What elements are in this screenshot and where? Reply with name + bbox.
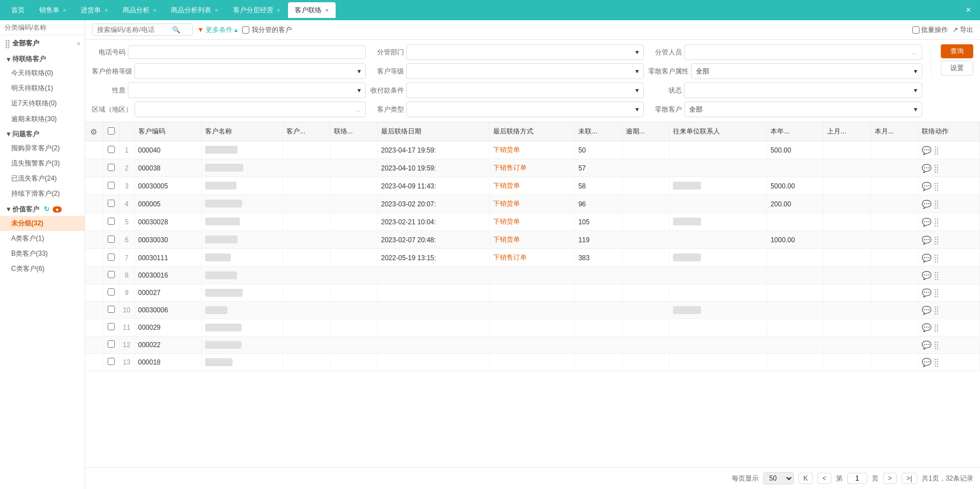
filter-select-status[interactable]: [684, 82, 922, 98]
row-checkbox[interactable]: [108, 236, 115, 243]
td-checkbox[interactable]: [103, 159, 119, 177]
page-input[interactable]: [847, 473, 867, 484]
search-icon[interactable]: 🔍: [172, 26, 180, 34]
td-checkbox[interactable]: [103, 231, 119, 249]
close-icon[interactable]: ×: [153, 7, 156, 13]
grid-icon[interactable]: ⣿: [933, 288, 939, 297]
my-customers-checkbox[interactable]: [242, 26, 249, 34]
sidebar-item-overdue-pending[interactable]: 逾期未联络(30): [0, 112, 85, 127]
sidebar-item-today-pending[interactable]: 今天待联络(0): [0, 66, 85, 81]
tab-customer-contact[interactable]: 客户联络 ×: [288, 2, 335, 18]
th-code[interactable]: 客户编码: [134, 122, 201, 141]
td-checkbox[interactable]: [103, 336, 119, 354]
query-button[interactable]: 查询: [941, 44, 973, 58]
settings-icon[interactable]: ⚙: [90, 127, 97, 136]
chat-icon[interactable]: 💬: [922, 164, 931, 173]
td-checkbox[interactable]: [103, 213, 119, 231]
filter-select-region[interactable]: ...: [134, 102, 366, 117]
row-checkbox[interactable]: [108, 164, 115, 171]
sidebar-item-tomorrow-pending[interactable]: 明天待联络(1): [0, 81, 85, 96]
grid-icon[interactable]: ⣿: [933, 253, 939, 262]
td-last-contact-method[interactable]: 下销货单: [489, 141, 575, 159]
close-icon[interactable]: ×: [63, 7, 66, 13]
row-checkbox[interactable]: [108, 218, 115, 225]
sidebar-item-class-c[interactable]: C类客户(6): [0, 261, 85, 276]
th-last-month[interactable]: 上月...: [824, 122, 871, 141]
th-no-contact[interactable]: 未联...: [575, 122, 622, 141]
td-checkbox[interactable]: [103, 354, 119, 371]
td-checkbox[interactable]: [103, 267, 119, 284]
filter-select-customer-type[interactable]: [406, 102, 644, 117]
grid-icon[interactable]: ⣿: [933, 164, 939, 173]
th-last-contact-date[interactable]: 最后联络日期: [378, 122, 490, 141]
td-checkbox[interactable]: [103, 141, 119, 159]
th-settings[interactable]: ⚙: [85, 122, 103, 141]
td-checkbox[interactable]: [103, 177, 119, 195]
row-checkbox[interactable]: [108, 146, 115, 153]
row-checkbox[interactable]: [108, 358, 115, 365]
sidebar-group-value[interactable]: ▾ 价值客户 ↻ ●: [0, 202, 85, 216]
all-customers-header[interactable]: ⣿ 全部客户 «: [0, 35, 85, 52]
filter-select-payment[interactable]: [406, 82, 644, 98]
filter-select-customer-level[interactable]: [406, 63, 644, 79]
td-last-contact-method[interactable]: 下销货单: [489, 213, 575, 231]
sidebar-item-class-b[interactable]: B类客户(33): [0, 246, 85, 261]
sidebar-item-abnormal-hoard[interactable]: 囤购异常客户(2): [0, 141, 85, 156]
chat-icon[interactable]: 💬: [922, 146, 931, 155]
th-contact[interactable]: 联络...: [330, 122, 377, 141]
grid-icon[interactable]: ⣿: [933, 306, 939, 315]
row-checkbox[interactable]: [108, 200, 115, 207]
sidebar-item-churned[interactable]: 已流失客户(24): [0, 171, 85, 186]
sidebar-group-pending[interactable]: ▾ 待联络客户: [0, 52, 85, 66]
td-last-contact-method[interactable]: [489, 284, 575, 302]
chat-icon[interactable]: 💬: [922, 288, 931, 297]
row-checkbox[interactable]: [108, 182, 115, 189]
th-checkbox[interactable]: [103, 122, 119, 141]
td-checkbox[interactable]: [103, 284, 119, 302]
td-last-contact-method[interactable]: [489, 302, 575, 319]
contact-method-link[interactable]: 下销货单: [493, 200, 520, 207]
sidebar-search-bar[interactable]: 🔍: [0, 20, 85, 35]
chat-icon[interactable]: 💬: [922, 358, 931, 367]
grid-icon[interactable]: ⣿: [933, 146, 939, 155]
filter-select-manager[interactable]: ...: [684, 44, 922, 60]
th-contact-person[interactable]: 往来单位联系人: [670, 122, 767, 141]
first-page-button[interactable]: K: [798, 473, 813, 484]
th-this-year[interactable]: 本年...: [767, 122, 824, 141]
chat-icon[interactable]: 💬: [922, 323, 931, 332]
grid-icon[interactable]: ⣿: [933, 218, 939, 227]
more-conditions-button[interactable]: ▼ 更多条件: [197, 25, 238, 35]
search-input[interactable]: [97, 26, 170, 34]
close-icon[interactable]: ×: [277, 7, 280, 13]
td-last-contact-method[interactable]: 下销售订单: [489, 159, 575, 177]
td-last-contact-method[interactable]: 下销售订单: [489, 249, 575, 267]
filter-select-price-level[interactable]: [134, 63, 366, 79]
close-icon[interactable]: ×: [215, 7, 218, 13]
chat-icon[interactable]: 💬: [922, 340, 931, 349]
row-checkbox[interactable]: [108, 323, 115, 330]
chat-icon[interactable]: 💬: [922, 182, 931, 191]
td-last-contact-method[interactable]: [489, 319, 575, 336]
batch-op-button[interactable]: 批量操作: [912, 25, 948, 35]
sidebar-group-problem[interactable]: ▾ 问题客户: [0, 127, 85, 141]
last-page-button[interactable]: >|: [902, 473, 917, 484]
close-icon[interactable]: ×: [104, 7, 108, 13]
th-overdue[interactable]: 逾期...: [622, 122, 669, 141]
td-last-contact-method[interactable]: 下销货单: [489, 231, 575, 249]
next-page-button[interactable]: >: [883, 473, 897, 484]
chat-icon[interactable]: 💬: [922, 271, 931, 280]
chat-icon[interactable]: 💬: [922, 218, 931, 227]
chat-icon[interactable]: 💬: [922, 306, 931, 315]
tab-analysis-list[interactable]: 商品分析列表 ×: [164, 2, 225, 18]
th-customer-type[interactable]: 客户...: [283, 122, 330, 141]
select-all-checkbox[interactable]: [108, 127, 115, 135]
refresh-icon[interactable]: ↻: [44, 205, 49, 213]
sidebar-item-churn-warning[interactable]: 流失预警客户(3): [0, 156, 85, 171]
grid-icon[interactable]: ⣿: [933, 358, 939, 367]
contact-method-link[interactable]: 下销售订单: [493, 164, 527, 172]
sidebar-item-7day-pending[interactable]: 近7天待联络(0): [0, 96, 85, 111]
td-checkbox[interactable]: [103, 195, 119, 213]
chat-icon[interactable]: 💬: [922, 253, 931, 262]
my-customers-checkbox-label[interactable]: 我分管的客户: [242, 25, 292, 35]
td-checkbox[interactable]: [103, 319, 119, 336]
